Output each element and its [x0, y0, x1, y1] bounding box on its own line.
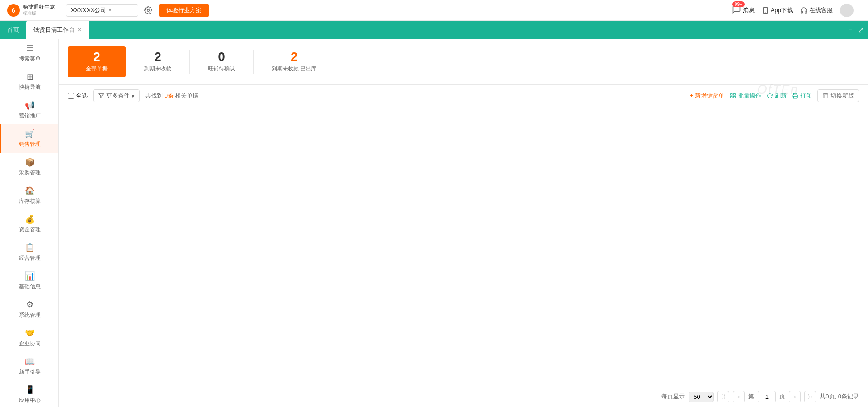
add-sale-order-button[interactable]: + 新增销货单 — [690, 92, 724, 100]
apps-icon: 📱 — [25, 385, 35, 395]
page-last-button[interactable]: ⟩⟩ — [804, 391, 816, 402]
tab-bar: 首页 钱货日清工作台 ✕ － ⤢ — [0, 21, 868, 39]
stat-card-shipped[interactable]: 2 到期未收款 已出库 — [254, 46, 335, 77]
print-label: 打印 — [800, 92, 812, 100]
tab-workbench[interactable]: 钱货日清工作台 ✕ — [26, 21, 89, 39]
stat-num-shipped: 2 — [291, 51, 298, 63]
stat-num-pending: 0 — [218, 51, 225, 63]
sidebar-item-basicinfo[interactable]: 📊 基础信息 — [0, 267, 58, 295]
stat-label-pending: 旺辅待确认 — [208, 65, 235, 73]
svg-rect-6 — [733, 96, 735, 98]
sidebar: ☰ 搜索菜单 ⊞ 快捷导航 📢 营销推广 🛒 销售管理 📦 采购管理 🏠 库存核… — [0, 39, 59, 407]
tab-home-label: 首页 — [7, 26, 19, 34]
collab-icon: 🤝 — [25, 328, 35, 338]
toolbar-right: + 新增销货单 批量操作 刷新 打印 切换新版 — [690, 89, 859, 102]
header-right: 99+ 消息 App下载 在线客服 — [732, 4, 861, 17]
finance-icon: 💰 — [25, 214, 35, 224]
batch-operation-button[interactable]: 批量操作 — [730, 92, 761, 100]
more-filter-button[interactable]: 更多条件 ▾ — [93, 89, 140, 102]
app-download-label: App下载 — [771, 6, 793, 14]
logo-sub: 标准版 — [23, 10, 55, 17]
quicknav-icon: ⊞ — [27, 72, 33, 82]
sidebar-operations-label: 经营管理 — [19, 254, 41, 262]
switch-version-button[interactable]: 切换新版 — [817, 89, 859, 102]
inventory-icon: 🏠 — [25, 186, 35, 196]
online-service-button[interactable]: 在线客服 — [800, 6, 833, 14]
add-sale-order-label: + 新增销货单 — [690, 92, 724, 100]
page-next-button[interactable]: ＞ — [789, 391, 801, 402]
tab-minimize-icon[interactable]: － — [847, 25, 854, 35]
filter-chevron-icon: ▾ — [132, 93, 135, 99]
search-menu-icon: ☰ — [26, 43, 33, 53]
logo-text-wrap: 畅捷通好生意 标准版 — [23, 4, 55, 17]
sidebar-purchase-label: 采购管理 — [19, 169, 41, 177]
more-filter-label: 更多条件 — [106, 92, 130, 100]
page-prev-button[interactable]: ＜ — [733, 391, 745, 402]
switch-version-label: 切换新版 — [830, 92, 854, 100]
basicinfo-icon: 📊 — [25, 271, 35, 281]
sidebar-item-search[interactable]: ☰ 搜索菜单 — [0, 39, 58, 67]
sidebar-item-collab[interactable]: 🤝 企业协同 — [0, 323, 58, 352]
stat-card-all[interactable]: 2 全部单据 — [68, 46, 126, 77]
sidebar-item-sales[interactable]: 🛒 销售管理 — [0, 124, 58, 153]
stat-card-pending[interactable]: 0 旺辅待确认 — [190, 46, 253, 77]
select-all-area[interactable]: 全选 — [68, 92, 88, 100]
online-service-label: 在线客服 — [809, 6, 833, 14]
found-text: 共找到 0条 相关单据 — [145, 92, 198, 100]
sidebar-basicinfo-label: 基础信息 — [19, 283, 41, 290]
tab-close-icon[interactable]: ✕ — [77, 27, 82, 33]
tab-home[interactable]: 首页 — [0, 21, 26, 39]
main-layout: ☰ 搜索菜单 ⊞ 快捷导航 📢 营销推广 🛒 销售管理 📦 采购管理 🏠 库存核… — [0, 39, 868, 407]
page-total: 共0页, 0条记录 — [820, 393, 859, 401]
tab-maximize-icon[interactable]: ⤢ — [858, 26, 863, 34]
stat-card-overdue[interactable]: 2 到期未收款 — [126, 46, 189, 77]
logo-icon: 6 — [7, 4, 20, 17]
sidebar-guide-label: 新手引导 — [19, 368, 41, 376]
page-number-input[interactable] — [758, 391, 776, 402]
pagination-bar: 每页显示 50 100 200 ⟨⟨ ＜ 第 页 ＞ ⟩⟩ 共0页, 0条记录 — [59, 386, 868, 407]
sidebar-item-guide[interactable]: 📖 新手引导 — [0, 352, 58, 380]
stat-num-all: 2 — [93, 51, 100, 63]
company-selector[interactable]: XXXXXX公司 ▾ — [66, 4, 138, 17]
sidebar-item-inventory[interactable]: 🏠 库存核算 — [0, 181, 58, 210]
svg-rect-9 — [823, 94, 828, 98]
sidebar-item-apps[interactable]: 📱 应用中心 — [0, 380, 58, 407]
sidebar-item-quicknav[interactable]: ⊞ 快捷导航 — [0, 67, 58, 96]
sidebar-search-label: 搜索菜单 — [19, 55, 41, 63]
stats-row: 2 全部单据 2 到期未收款 0 旺辅待确认 2 到期未收款 已出库 — [59, 39, 868, 85]
svg-marker-3 — [99, 94, 104, 98]
avatar[interactable] — [840, 4, 854, 17]
select-all-checkbox[interactable] — [68, 93, 74, 99]
found-count: 0条 — [165, 92, 174, 99]
refresh-button[interactable]: 刷新 — [767, 92, 787, 100]
sidebar-item-system[interactable]: ⚙ 系统管理 — [0, 295, 58, 323]
settings-button[interactable] — [142, 4, 155, 17]
stat-label-all: 全部单据 — [86, 65, 108, 73]
page-size-select[interactable]: 50 100 200 — [689, 392, 714, 402]
stat-label-overdue: 到期未收款 — [144, 65, 171, 73]
stat-num-overdue: 2 — [154, 51, 161, 63]
message-button[interactable]: 99+ 消息 — [732, 5, 755, 15]
message-icon-wrap: 99+ — [732, 5, 741, 15]
sidebar-item-marketing[interactable]: 📢 营销推广 — [0, 96, 58, 124]
print-button[interactable]: 打印 — [792, 92, 812, 100]
content-area: 2 全部单据 2 到期未收款 0 旺辅待确认 2 到期未收款 已出库 — [59, 39, 868, 407]
refresh-label: 刷新 — [775, 92, 787, 100]
app-download-button[interactable]: App下载 — [762, 6, 793, 14]
sidebar-item-purchase[interactable]: 📦 采购管理 — [0, 153, 58, 181]
operations-icon: 📋 — [25, 243, 35, 253]
sidebar-item-finance[interactable]: 💰 资金管理 — [0, 210, 58, 238]
trial-button[interactable]: 体验行业方案 — [159, 4, 209, 17]
guide-icon: 📖 — [25, 356, 35, 366]
sidebar-item-operations[interactable]: 📋 经营管理 — [0, 238, 58, 267]
logo-text: 畅捷通好生意 — [23, 4, 55, 11]
page-first-button[interactable]: ⟨⟨ — [717, 391, 729, 402]
logo-area: 6 畅捷通好生意 标准版 — [7, 4, 66, 17]
page-label: 第 — [748, 393, 754, 401]
sidebar-collab-label: 企业协同 — [19, 340, 41, 347]
marketing-icon: 📢 — [25, 100, 35, 110]
page-label-end: 页 — [779, 393, 785, 401]
sales-icon: 🛒 — [25, 129, 35, 139]
svg-rect-1 — [763, 7, 767, 13]
svg-rect-5 — [733, 94, 735, 95]
